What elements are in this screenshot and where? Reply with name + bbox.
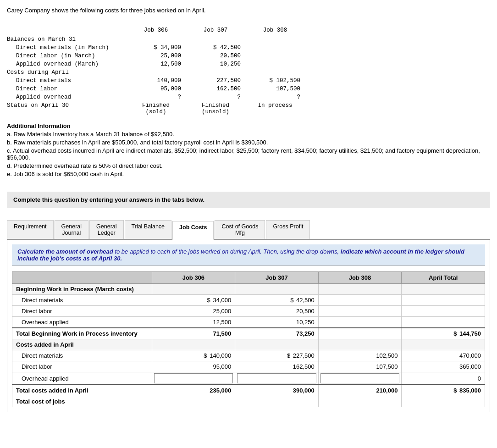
table-row: Costs added in April xyxy=(12,339,485,350)
th-job307: Job 307 xyxy=(235,272,319,284)
tab-general-ledger[interactable]: GeneralLedger xyxy=(89,220,123,239)
cell-308-total-ca: 210,000 xyxy=(318,385,402,396)
row-total-bwip: Total Beginning Work in Process inventor… xyxy=(12,328,152,339)
additional-info-title: Additional Information xyxy=(7,122,490,129)
table-row: Direct labor 25,000 20,500 xyxy=(12,306,485,317)
cell-307-total-ca: 390,000 xyxy=(235,385,319,396)
tab-requirement[interactable]: Requirement xyxy=(7,220,54,239)
cell-307-ca-dl: 162,500 xyxy=(235,361,319,372)
row-label-dm-march: Direct materials (in March) xyxy=(7,44,126,52)
cell-307-ca-oh[interactable] xyxy=(235,372,319,385)
instruction-box: Complete this question by entering your … xyxy=(7,192,490,208)
cell-total-bwip-dm xyxy=(402,295,485,306)
job-costs-table: Job 306 Job 307 Job 308 April Total Begi… xyxy=(12,271,485,407)
val-306-oh-april: ? xyxy=(126,93,186,101)
row-bwip-dm: Direct materials xyxy=(12,295,152,306)
val-307-status: Finished(unsold) xyxy=(186,101,245,116)
cell-306-ca-oh[interactable] xyxy=(152,372,235,385)
val-306-dm-april: 140,000 xyxy=(126,77,186,85)
row-ca-dl: Direct labor xyxy=(12,361,152,372)
cell-307-bwip-dl: 20,500 xyxy=(235,306,319,317)
tab-gross-profit[interactable]: Gross Profit xyxy=(266,220,310,239)
val-308-status: In process xyxy=(245,101,305,116)
col-header-307: Job 307 xyxy=(186,26,245,35)
th-april-total: April Total xyxy=(402,272,485,284)
section-label-bwip: Beginning Work in Process (March costs) xyxy=(12,284,152,295)
th-job308: Job 308 xyxy=(318,272,402,284)
cell-total-ca-dm: 470,000 xyxy=(402,350,485,361)
ca-307 xyxy=(235,339,319,350)
val-307-oh-march: 10,250 xyxy=(186,60,245,68)
cell-total-jobs xyxy=(402,396,485,407)
cell-308-total-jobs xyxy=(318,396,402,407)
ca-306 xyxy=(152,339,235,350)
input-307-overhead[interactable] xyxy=(237,373,316,383)
table-row: Beginning Work in Process (March costs) xyxy=(12,284,485,295)
add-info-e: e. Job 306 is sold for $650,000 cash in … xyxy=(7,171,490,177)
instruction-text: Complete this question by entering your … xyxy=(13,196,204,203)
val-306-oh-march: 12,500 xyxy=(126,60,186,68)
tab-general-journal[interactable]: GeneralJournal xyxy=(55,220,88,239)
intro-text: Carey Company shows the following costs … xyxy=(7,7,490,14)
tab-job-costs[interactable]: Job Costs xyxy=(172,221,214,240)
table-row: Direct labor 95,000 162,500 107,500 365,… xyxy=(12,361,485,372)
cell-308-bwip-dm xyxy=(318,295,402,306)
cell-308-ca-oh[interactable] xyxy=(318,372,402,385)
original-data-table: Job 306 Job 307 Job 308 Balances on Marc… xyxy=(7,26,305,116)
ca-total xyxy=(402,339,485,350)
cell-total-bwip-dl xyxy=(402,306,485,317)
cell-306-bwip-oh: 12,500 xyxy=(152,317,235,328)
row-label-balances: Balances on March 31 xyxy=(7,35,126,44)
cell-306-bwip-dl: 25,000 xyxy=(152,306,235,317)
row-bwip-oh: Overhead applied xyxy=(12,317,152,328)
input-308-overhead[interactable] xyxy=(320,373,400,383)
cell-total-ca-oh: 0 xyxy=(402,372,485,385)
section-label-costs-april: Costs added in April xyxy=(12,339,152,350)
input-306-overhead[interactable] xyxy=(154,373,233,383)
cell-307-total-jobs xyxy=(235,396,319,407)
cell-306-bwip-dm: $ 34,000 xyxy=(152,295,235,306)
tabs-container: Requirement GeneralJournal GeneralLedger… xyxy=(7,220,490,240)
add-info-d: d. Predetermined overhead rate is 50% of… xyxy=(7,162,490,169)
cell-total-bwip: $ 144,750 xyxy=(402,328,485,339)
cell-307-bwip-dm: $ 42,500 xyxy=(235,295,319,306)
table-row: Direct materials $ 140,000 $ 227,500 102… xyxy=(12,350,485,361)
row-label-oh-march: Applied overhead (March) xyxy=(7,60,126,68)
table-row: Total Beginning Work in Process inventor… xyxy=(12,328,485,339)
row-total-jobs: Total cost of jobs xyxy=(12,396,152,407)
val-307-dm-april: 227,500 xyxy=(186,77,245,85)
tab-trial-balance[interactable]: Trial Balance xyxy=(125,220,172,239)
col-header-306: Job 306 xyxy=(126,26,186,35)
tab-cost-of-goods[interactable]: Cost of GoodsMfg xyxy=(215,220,265,239)
row-bwip-dl: Direct labor xyxy=(12,306,152,317)
cell-306-ca-dm: $ 140,000 xyxy=(152,350,235,361)
row-ca-dm: Direct materials xyxy=(12,350,152,361)
cell-306-total-bwip: 71,500 xyxy=(152,328,235,339)
row-label-dl-march: Direct labor (in March) xyxy=(7,52,126,60)
cell-308-bwip-oh xyxy=(318,317,402,328)
cell-308-ca-dl: 107,500 xyxy=(318,361,402,372)
cell-307-bwip-oh: 10,250 xyxy=(235,317,319,328)
val-306-dl-march: 25,000 xyxy=(126,52,186,60)
val-307-dm-march: $ 42,500 xyxy=(186,44,245,52)
col-header-308: Job 308 xyxy=(245,26,305,35)
table-row: Overhead applied 0 xyxy=(12,372,485,385)
row-label-dl-april: Direct labor xyxy=(7,85,126,93)
cell-306-total-ca: 235,000 xyxy=(152,385,235,396)
val-307-oh-april: ? xyxy=(186,93,245,101)
add-info-b: b. Raw materials purchases in April are … xyxy=(7,139,490,146)
ca-308 xyxy=(318,339,402,350)
table-row: Direct materials $ 34,000 $ 42,500 xyxy=(12,295,485,306)
val-306-dl-april: 95,000 xyxy=(126,85,186,93)
additional-information: Additional Information a. Raw Materials … xyxy=(7,122,490,177)
row-total-ca: Total costs added in April xyxy=(12,385,152,396)
val-308-dm-april: $ 102,500 xyxy=(245,77,305,85)
row-label-costs-april: Costs during April xyxy=(7,68,126,77)
bwip-total xyxy=(402,284,485,295)
add-info-a: a. Raw Materials Inventory has a March 3… xyxy=(7,131,490,138)
bwip-306 xyxy=(152,284,235,295)
bwip-307 xyxy=(235,284,319,295)
row-label-status: Status on April 30 xyxy=(7,101,126,116)
tab-content-area: Calculate the amount of overhead to be a… xyxy=(7,240,490,412)
row-label-dm-april: Direct materials xyxy=(7,77,126,85)
